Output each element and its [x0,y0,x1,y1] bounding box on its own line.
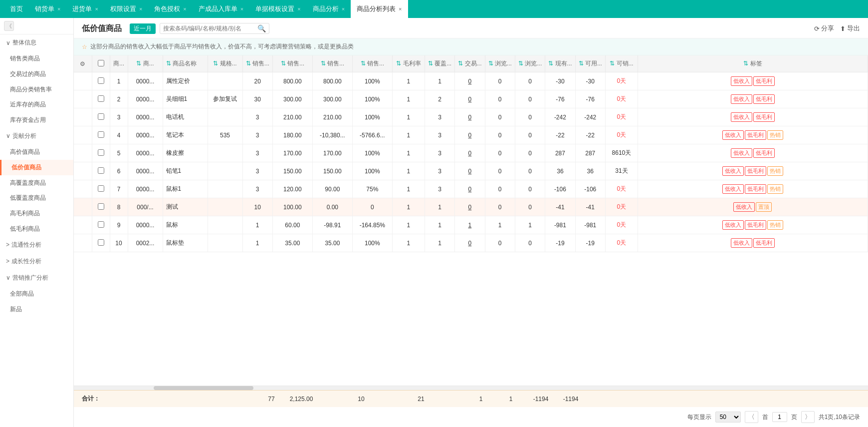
sidebar-item-traded-goods[interactable]: 交易过的商品 [0,66,73,82]
nav-product-analysis[interactable]: 商品分析 × [307,0,351,18]
page-number-input[interactable] [772,412,787,422]
row-checkbox[interactable] [98,131,104,138]
row-checkbox[interactable] [98,95,104,102]
sidebar-item-low-value[interactable]: 低价值商品 [0,160,73,175]
nav-template-settings[interactable]: 单据模板设置 × [249,0,306,18]
export-button[interactable]: ⬆ 导出 [840,24,860,33]
per-page-select[interactable]: 50 100 200 [715,412,741,423]
row-checkbox[interactable] [98,185,104,192]
cell-checkbox[interactable] [92,216,110,234]
cell-checkbox[interactable] [92,198,110,216]
search-input[interactable] [163,25,257,32]
browse-link[interactable]: 1 [468,222,472,229]
next-page-button[interactable]: 〉 [801,411,815,423]
cell-sale3: -5766.6... [352,126,392,144]
sidebar-group-growth[interactable]: > 成长性分析 [0,253,73,270]
cell-browse2: 0 [515,126,545,144]
cell-sale2: -98.91 [312,216,352,234]
col-checkbox-header[interactable] [92,55,110,72]
browse-link[interactable]: 0 [468,150,472,157]
cell-name: 电话机 [163,108,208,126]
sidebar-item-low-margin[interactable]: 低毛利商品 [0,221,73,237]
cell-name: 铅笔1 [163,162,208,180]
row-checkbox[interactable] [98,239,104,246]
cell-checkbox[interactable] [92,234,110,252]
period-button[interactable]: 近一月 [130,23,156,34]
close-icon[interactable]: × [95,6,98,12]
cell-sale-amt: 120.00 [272,180,312,198]
sidebar-group-contribution[interactable]: ∨ 贡献分析 [0,128,73,144]
col-spec-header: ⇅ 规格... [208,55,242,72]
share-button[interactable]: ⟳ 分享 [814,24,834,33]
browse-link[interactable]: 0 [468,186,472,193]
sidebar-item-high-coverage[interactable]: 高覆盖度商品 [0,175,73,191]
close-icon[interactable]: × [297,6,300,12]
cell-settings [74,90,92,108]
cell-checkbox[interactable] [92,180,110,198]
nav-role-auth[interactable]: 角色授权 × [148,0,192,18]
nav-permission-settings[interactable]: 权限设置 × [104,0,148,18]
row-checkbox[interactable] [98,113,104,120]
cell-browse2: 0 [515,144,545,162]
row-checkbox[interactable] [98,167,104,174]
browse-link[interactable]: 0 [468,78,472,85]
horizontal-scrollbar[interactable] [74,386,868,390]
col-settings[interactable]: ⚙ [74,55,92,72]
cell-checkbox[interactable] [92,144,110,162]
sidebar-group-circulation[interactable]: > 流通性分析 [0,237,73,253]
browse-link[interactable]: 0 [468,114,472,121]
cell-avail: -76 [575,90,605,108]
sidebar-group-overall[interactable]: ∨ 整体信息 [0,34,73,51]
totals-values: 77 2,125.00 10 21 1 1 -1194 -1194 [106,396,860,403]
browse-link[interactable]: 0 [468,240,472,247]
sidebar-item-stock-capital[interactable]: 库存资金占用 [0,112,73,128]
browse-link[interactable]: 0 [468,132,472,139]
cell-checkbox[interactable] [92,126,110,144]
row-checkbox[interactable] [98,77,104,84]
cell-checkbox[interactable] [92,90,110,108]
scrollbar-thumb[interactable] [154,386,253,390]
nav-sales-order[interactable]: 销货单 × [29,0,66,18]
nav-product-analysis-list[interactable]: 商品分析列表 × [351,0,408,18]
sidebar-item-high-margin[interactable]: 高毛利商品 [0,206,73,221]
row-checkbox[interactable] [98,221,104,228]
search-icon[interactable]: 🔍 [257,24,266,32]
cell-browse2: 0 [515,198,545,216]
sidebar-collapse-button[interactable]: 《 [4,21,14,31]
cell-cover: 3 [425,162,454,180]
table-row: 1 0000... 属性定价 20 800.00 800.00 100% 1 1… [74,72,868,90]
sidebar-item-category-sales-rate[interactable]: 商品分类销售率 [0,82,73,97]
cell-checkbox[interactable] [92,162,110,180]
browse-link[interactable]: 0 [468,168,472,175]
select-all-checkbox[interactable] [98,60,104,66]
cell-browse2: 0 [515,90,545,108]
sidebar-item-low-coverage[interactable]: 低覆盖度商品 [0,190,73,206]
cell-name: 鼠标1 [163,180,208,198]
sidebar-item-near-stock[interactable]: 近库存的商品 [0,97,73,112]
nav-product-warehouse[interactable]: 产成品入库单 × [193,0,249,18]
close-icon[interactable]: × [342,6,345,12]
close-icon[interactable]: × [399,6,402,12]
cell-settings [74,162,92,180]
cell-checkbox[interactable] [92,72,110,90]
sidebar-item-high-value[interactable]: 高价值商品 [0,144,73,160]
sidebar-item-all-goods[interactable]: 全部商品 [0,286,73,302]
browse-link[interactable]: 0 [468,96,472,103]
cell-checkbox[interactable] [92,108,110,126]
sidebar-item-sales-goods[interactable]: 销售类商品 [0,51,73,66]
sidebar-item-new-goods[interactable]: 新品 [0,302,73,317]
row-checkbox[interactable] [98,149,104,156]
tag-badge: 低收入 [731,238,752,248]
nav-purchase-order[interactable]: 进货单 × [66,0,104,18]
sidebar-group-marketing[interactable]: ∨ 营销推广分析 [0,270,73,286]
close-icon[interactable]: × [139,6,142,12]
row-checkbox[interactable] [98,203,104,210]
browse-link[interactable]: 0 [468,204,472,211]
close-icon[interactable]: × [240,6,243,12]
close-icon[interactable]: × [57,6,60,12]
close-icon[interactable]: × [183,6,186,12]
cell-avail: -22 [575,126,605,144]
cell-sale-amt: 300.00 [272,90,312,108]
first-page-button[interactable]: 〈 [745,411,758,423]
nav-home[interactable]: 首页 [4,0,29,18]
